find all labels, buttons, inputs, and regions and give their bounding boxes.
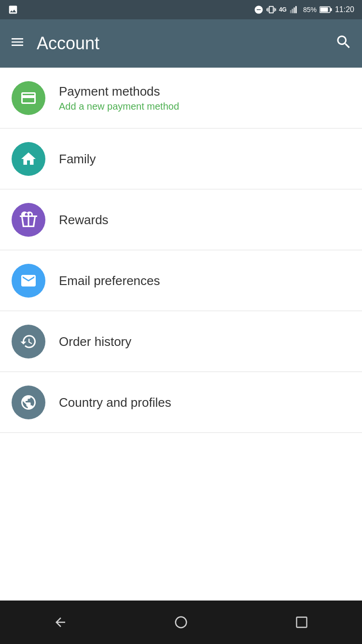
nav-bar [0, 601, 362, 644]
svg-rect-6 [330, 8, 332, 11]
order-history-text: Order history [59, 334, 131, 349]
country-profiles-item[interactable]: Country and profiles [0, 372, 362, 433]
country-profiles-text: Country and profiles [59, 395, 171, 410]
email-preferences-title: Email preferences [59, 273, 160, 288]
battery-text: 85% [303, 6, 317, 14]
svg-rect-1 [292, 9, 293, 13]
search-button[interactable] [335, 33, 352, 54]
svg-point-7 [176, 617, 187, 628]
menu-icon [10, 34, 25, 50]
signal-icon [290, 5, 300, 14]
image-icon [8, 4, 18, 15]
recent-apps-button[interactable] [287, 608, 316, 637]
status-bar-left [8, 4, 18, 15]
rewards-item[interactable]: Rewards [0, 189, 362, 250]
country-profiles-icon-bg [12, 386, 45, 419]
globe-icon [20, 394, 37, 411]
payment-methods-title: Payment methods [59, 84, 179, 99]
vibrate-icon [266, 5, 276, 14]
menu-button[interactable] [10, 34, 25, 53]
rewards-icon-bg [12, 203, 45, 237]
search-icon [335, 33, 352, 51]
email-icon [20, 272, 37, 289]
network-icon: 4G [279, 6, 287, 13]
email-icon-bg [12, 264, 45, 298]
app-bar: Account [0, 19, 362, 68]
order-history-icon-bg [12, 325, 45, 358]
home-button[interactable] [167, 608, 195, 637]
svg-rect-2 [293, 7, 295, 13]
family-icon-bg [12, 142, 45, 176]
payment-icon [20, 89, 37, 107]
svg-rect-3 [295, 6, 297, 14]
email-preferences-text: Email preferences [59, 273, 160, 288]
payment-methods-subtitle: Add a new payment method [59, 101, 179, 112]
family-text: Family [59, 152, 96, 167]
status-bar-icons: 4G 85% 11:20 [254, 5, 354, 14]
page-title: Account [37, 33, 335, 54]
back-icon [53, 615, 68, 630]
rewards-icon [20, 211, 37, 229]
status-bar: 4G 85% 11:20 [0, 0, 362, 19]
email-preferences-item[interactable]: Email preferences [0, 250, 362, 311]
svg-rect-5 [320, 8, 328, 12]
order-history-item[interactable]: Order history [0, 311, 362, 372]
country-profiles-title: Country and profiles [59, 395, 171, 410]
payment-methods-text: Payment methods Add a new payment method [59, 84, 179, 112]
order-history-title: Order history [59, 334, 131, 349]
rewards-text: Rewards [59, 213, 109, 228]
battery-icon [320, 6, 332, 14]
menu-content: Payment methods Add a new payment method… [0, 68, 362, 601]
home-icon [174, 615, 188, 630]
recent-icon [295, 615, 308, 629]
family-title: Family [59, 152, 96, 167]
family-icon [20, 150, 37, 168]
dnd-icon [254, 5, 264, 14]
rewards-title: Rewards [59, 213, 109, 228]
order-history-icon [20, 333, 37, 350]
payment-methods-item[interactable]: Payment methods Add a new payment method [0, 68, 362, 129]
svg-rect-0 [290, 10, 292, 13]
payment-methods-icon-bg [12, 81, 45, 115]
back-button[interactable] [46, 608, 75, 637]
svg-rect-8 [297, 617, 307, 628]
family-item[interactable]: Family [0, 129, 362, 189]
time-display: 11:20 [335, 5, 354, 14]
